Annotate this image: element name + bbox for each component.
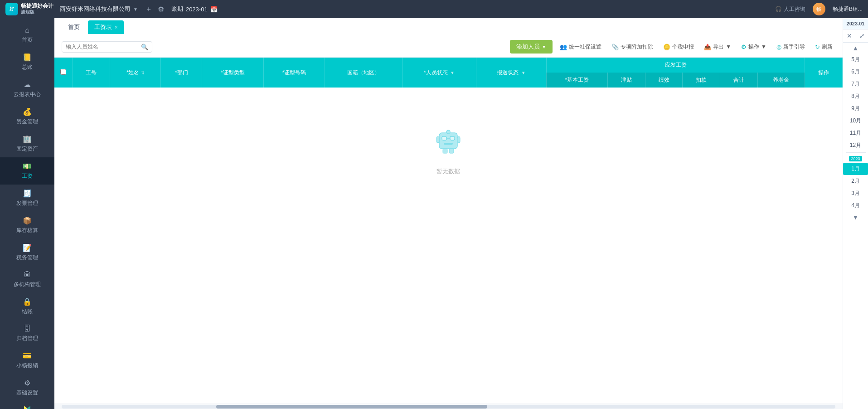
empty-state: 暂无数据	[54, 88, 843, 212]
tab-salary-table[interactable]: 工资表 ×	[88, 20, 124, 34]
top-header: 好 畅捷通好会计 旗舰版 西安虾米网络科技有限公司 ▼ ＋ ⚙ 账期 2023-…	[0, 0, 868, 18]
sidebar-item-guide[interactable]: 🔰 新手引导	[0, 401, 54, 409]
cloud-icon: ☁	[24, 80, 31, 89]
th-report-status[interactable]: 报送状态 ▼	[476, 58, 547, 88]
sidebar-item-settings[interactable]: ⚙ 基础设置	[0, 374, 54, 401]
date-item-5[interactable]: 5月	[843, 54, 868, 66]
scrollbar-track	[62, 405, 835, 409]
svg-rect-2	[450, 136, 455, 140]
sidebar-item-salary[interactable]: 💵 工资	[0, 157, 54, 185]
date-item-7[interactable]: 7月	[843, 78, 868, 90]
operations-btn[interactable]: ⚙ 操作 ▼	[738, 41, 769, 53]
add-company-btn[interactable]: ＋	[145, 5, 152, 14]
sidebar-item-multi-org[interactable]: 🏛 多机构管理	[0, 266, 54, 293]
date-item-1[interactable]: 1月	[843, 163, 868, 175]
sidebar-item-cloud-report[interactable]: ☁ 云报表中心	[0, 76, 54, 103]
invoice-icon: 🧾	[23, 189, 32, 198]
svg-rect-8	[457, 136, 460, 143]
th-name[interactable]: *姓名 ⇅	[110, 58, 161, 88]
th-total-label: 合计	[733, 77, 744, 83]
th-status[interactable]: *人员状态 ▼	[402, 58, 476, 88]
export-dropdown-icon: ▼	[726, 44, 731, 50]
empty-text: 暂无数据	[436, 167, 460, 175]
social-settings-label: 统一社保设置	[569, 43, 601, 51]
sidebar-item-expense[interactable]: 💳 小畅报销	[0, 347, 54, 374]
select-all-checkbox[interactable]	[60, 69, 66, 75]
fixed-assets-icon: 🏢	[23, 135, 32, 143]
sidebar-item-ledger[interactable]: 📒 总账	[0, 49, 54, 76]
th-allowance-label: 津贴	[621, 77, 632, 83]
sidebar-item-home[interactable]: ⌂ 首页	[0, 22, 54, 49]
period-value: 2023-01	[186, 6, 208, 13]
toolbar-right: 添加人员 ▼ 👥 统一社保设置 📎 专项附加扣除 🪙 个税申报 📤	[510, 40, 835, 54]
th-checkbox	[54, 58, 73, 88]
th-operations: 操作	[805, 58, 843, 88]
date-item-12[interactable]: 12月	[843, 139, 868, 151]
sidebar-item-archive[interactable]: 🗄 归档管理	[0, 320, 54, 347]
sidebar-item-close[interactable]: 🔒 结账	[0, 293, 54, 320]
company-selector[interactable]: 西安虾米网络科技有限公司 ▼	[60, 5, 138, 13]
expand-panel-btn[interactable]: ⤢	[857, 31, 868, 40]
date-item-6[interactable]: 6月	[843, 66, 868, 78]
ledger-icon: 📒	[23, 53, 32, 62]
app-subtitle: 旗舰版	[21, 9, 53, 15]
settings-btn[interactable]: ⚙	[158, 5, 164, 14]
status-filter-icon[interactable]: ▼	[450, 70, 455, 75]
help-btn[interactable]: 🎧 人工咨询	[775, 5, 805, 13]
calendar-icon[interactable]: 📅	[210, 6, 218, 13]
company-dropdown-icon: ▼	[133, 7, 138, 12]
date-panel-header: 2023.01	[843, 18, 868, 29]
tab-home[interactable]: 首页	[62, 20, 86, 34]
add-person-label: 添加人员	[516, 43, 540, 51]
account-period: 账期 2023-01 📅	[171, 5, 218, 13]
help-label: 人工咨询	[784, 5, 805, 13]
add-person-button[interactable]: 添加人员 ▼	[510, 40, 553, 54]
tab-close-salary[interactable]: ×	[115, 24, 117, 30]
date-nav-up[interactable]: ▲	[843, 43, 868, 54]
personal-tax-btn[interactable]: 🪙 个税申报	[660, 41, 697, 53]
date-nav-down[interactable]: ▼	[843, 212, 868, 223]
settings-sidebar-icon: ⚙	[24, 379, 30, 387]
guide-icon: 🔰	[23, 406, 32, 409]
search-input[interactable]	[66, 44, 138, 50]
sidebar-item-fixed-assets[interactable]: 🏢 固定资产	[0, 130, 54, 157]
date-item-8[interactable]: 8月	[843, 90, 868, 102]
user-name[interactable]: 畅捷通B组...	[833, 5, 863, 13]
current-period-label: 2023.01	[847, 21, 865, 26]
th-performance-label: 绩效	[659, 77, 669, 83]
report-status-filter-icon[interactable]: ▼	[521, 70, 526, 75]
date-item-11[interactable]: 11月	[843, 127, 868, 139]
table-header-row1: 工号 *姓名 ⇅ *部门 *证型类型 *证型号码	[54, 58, 843, 73]
th-deduction-label: 扣款	[696, 77, 707, 83]
date-item-9[interactable]: 9月	[843, 102, 868, 115]
th-total: 合计	[720, 73, 757, 88]
search-icon: 🔍	[141, 44, 148, 50]
date-item-10[interactable]: 10月	[843, 115, 868, 127]
date-item-2[interactable]: 2月	[843, 175, 868, 187]
social-settings-btn[interactable]: 👥 统一社保设置	[557, 41, 604, 53]
tab-salary-label: 工资表	[94, 23, 112, 31]
th-id: 工号	[73, 58, 110, 88]
date-item-4[interactable]: 4月	[843, 200, 868, 212]
sidebar-item-fund[interactable]: 💰 资金管理	[0, 103, 54, 130]
sidebar-label-multi-org: 多机构管理	[14, 281, 41, 288]
export-label: 导出	[713, 43, 724, 51]
sidebar-label-close: 结账	[22, 308, 33, 316]
sidebar-item-tax[interactable]: 📝 税务管理	[0, 239, 54, 266]
sidebar-item-inventory[interactable]: 📦 库存核算	[0, 212, 54, 239]
year-badge: 2023	[849, 156, 862, 161]
date-item-3[interactable]: 3月	[843, 187, 868, 200]
scrollbar-thumb[interactable]	[216, 405, 487, 409]
h-scrollbar[interactable]	[54, 404, 843, 409]
special-deduction-btn[interactable]: 📎 专项附加扣除	[609, 41, 656, 53]
th-nationality-label: 国籍（地区）	[347, 69, 380, 76]
export-icon: 📤	[704, 44, 711, 50]
guide-btn[interactable]: ◎ 新手引导	[774, 41, 808, 53]
sidebar-label-archive: 归档管理	[16, 335, 38, 342]
sidebar-item-invoice[interactable]: 🧾 发票管理	[0, 185, 54, 212]
user-avatar[interactable]: 畅	[813, 3, 825, 15]
close-panel-btn[interactable]: ✕	[844, 31, 855, 40]
sidebar-label-fund: 资金管理	[16, 118, 38, 126]
export-btn[interactable]: 📤 导出 ▼	[701, 41, 734, 53]
refresh-btn[interactable]: ↻ 刷新	[812, 41, 835, 53]
